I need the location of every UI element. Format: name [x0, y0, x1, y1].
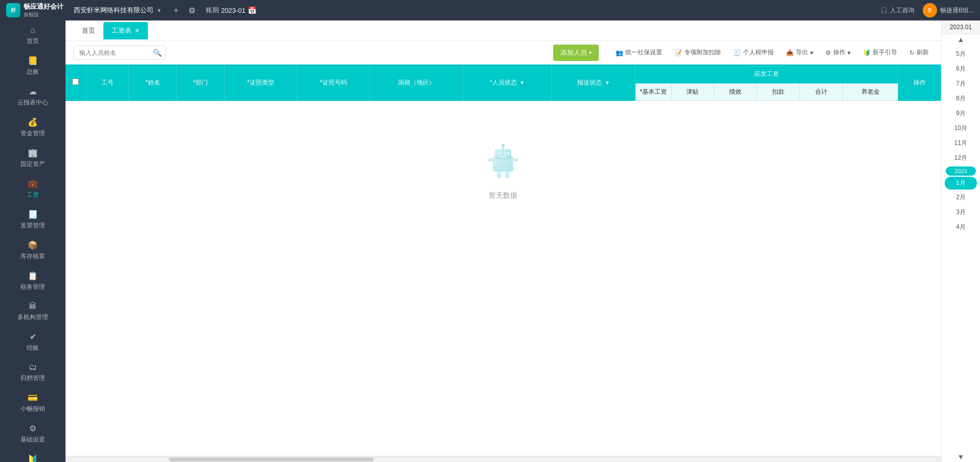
- special-deduction-icon: 📝: [674, 49, 682, 56]
- headset-icon: 🎧: [880, 7, 888, 14]
- add-person-button[interactable]: 添加人员 ▾: [553, 45, 599, 61]
- year-badge: 2023: [946, 166, 976, 176]
- sidebar-item-inventory[interactable]: 📦 库存核算: [0, 235, 66, 266]
- ledger-icon: 📒: [28, 56, 38, 66]
- month-item-4[interactable]: 4月: [942, 220, 980, 235]
- svg-rect-12: [513, 158, 518, 161]
- col-salary-group-header: 应发工资: [636, 65, 898, 83]
- settings-icon: ⚙: [29, 424, 36, 433]
- refresh-icon: ↻: [909, 49, 914, 56]
- svg-rect-5: [506, 153, 508, 155]
- app-container: 好 畅应通好会计 旗舰版 西安虾米网络科技有限公司 ▼ ＋ ⚙ 账期 2023-…: [0, 0, 980, 462]
- tab-home[interactable]: 首页: [74, 22, 103, 39]
- month-item-6[interactable]: 6月: [942, 61, 980, 76]
- scrollbar-thumb[interactable]: [169, 457, 374, 461]
- search-input[interactable]: [74, 46, 166, 60]
- export-button[interactable]: 📤 导出 ▾: [782, 46, 817, 59]
- sidebar-item-salary[interactable]: 💼 工资: [0, 174, 66, 204]
- add-company-button[interactable]: ＋: [170, 3, 182, 18]
- export-icon: 📤: [786, 49, 794, 56]
- top-bar-right: 🎧 人工咨询 B 畅捷通B组...: [880, 3, 974, 17]
- operations-button[interactable]: ⚙ 操作 ▾: [821, 46, 855, 59]
- sidebar-item-report[interactable]: ☁ 云报表中心: [0, 81, 66, 112]
- sidebar-item-settings[interactable]: ⚙ 基础设置: [0, 418, 66, 449]
- service-label: 人工咨询: [890, 6, 914, 15]
- empty-text: 暂无数据: [489, 191, 517, 200]
- user-info[interactable]: B 畅捷通B组...: [923, 3, 974, 17]
- salary-icon: 💼: [28, 179, 38, 188]
- sidebar-item-label: 总账: [27, 68, 39, 76]
- sidebar-item-ledger[interactable]: 📒 总账: [0, 51, 66, 81]
- top-bar-actions: ＋ ⚙: [170, 3, 198, 18]
- horizontal-scrollbar[interactable]: [66, 456, 941, 462]
- sidebar-item-label: 首页: [27, 37, 39, 46]
- svg-rect-8: [499, 156, 507, 158]
- col-idtype-header: *证照类型: [224, 65, 297, 101]
- col-idnum-header: *证照号码: [297, 65, 370, 101]
- month-item-11[interactable]: 11月: [942, 136, 980, 151]
- content-area: 首页 工资表 ✕ 🔍 添加人员 ▾: [66, 20, 941, 462]
- main-area: ⌂ 首页 📒 总账 ☁ 云报表中心 💰 资金管理 🏢 固定资产 💼 工资: [0, 20, 980, 462]
- personal-tax-icon: 🧾: [733, 49, 741, 56]
- month-item-7[interactable]: 7月: [942, 76, 980, 91]
- logo-text: 畅应通好会计: [24, 2, 63, 11]
- sidebar-item-label: 基础设置: [20, 435, 45, 444]
- social-settings-button[interactable]: 👥 统一社保设置: [612, 46, 666, 59]
- close-tab-icon[interactable]: ✕: [135, 27, 140, 34]
- sidebar-item-asset[interactable]: 🏢 固定资产: [0, 143, 66, 174]
- month-item-1-active[interactable]: 1月: [945, 177, 977, 190]
- sidebar-item-home[interactable]: ⌂ 首页: [0, 20, 66, 51]
- sidebar-item-invoice[interactable]: 🧾 发票管理: [0, 204, 66, 235]
- month-item-5[interactable]: 5月: [942, 47, 980, 61]
- col-deduction-header: 扣款: [757, 83, 800, 101]
- personal-tax-button[interactable]: 🧾 个人税申报: [729, 46, 778, 59]
- empty-icon: [483, 142, 524, 183]
- invoice-icon: 🧾: [28, 209, 38, 219]
- month-item-12[interactable]: 12月: [942, 151, 980, 165]
- sidebar-item-archive[interactable]: 🗂 归档管理: [0, 358, 66, 388]
- sidebar-item-label: 多机构管理: [17, 313, 48, 322]
- service-button[interactable]: 🎧 人工咨询: [880, 6, 914, 15]
- sidebar-item-label: 结账: [27, 344, 39, 352]
- close-books-icon: ✔: [30, 332, 36, 342]
- sidebar-item-multi[interactable]: 🏛 多机构管理: [0, 297, 66, 327]
- period-value: 2023-01: [221, 7, 246, 14]
- chevron-down-icon: ▾: [847, 49, 851, 56]
- cloud-icon: ☁: [29, 87, 37, 96]
- sidebar-item-label: 归档管理: [20, 374, 45, 383]
- settings-button[interactable]: ⚙: [186, 4, 198, 17]
- user-label: 畅捷通B组...: [940, 6, 974, 15]
- sidebar-item-fund[interactable]: 💰 资金管理: [0, 112, 66, 143]
- sidebar-item-label: 工资: [27, 191, 39, 199]
- col-dept-header: *部门: [177, 65, 224, 101]
- select-all-checkbox[interactable]: [72, 78, 79, 85]
- date-nav-down-button[interactable]: ▼: [942, 452, 980, 462]
- sidebar-item-guide[interactable]: 🔰 新手引导: [0, 449, 66, 462]
- calendar-icon[interactable]: 📅: [248, 6, 256, 14]
- sidebar-item-label: 库存核算: [20, 252, 45, 261]
- refresh-button[interactable]: ↻ 刷新: [905, 46, 933, 59]
- special-deduction-button[interactable]: 📝 专项附加扣除: [670, 46, 725, 59]
- col-country-header: 国籍（地区）: [370, 65, 463, 101]
- status-filter-icon[interactable]: ▼: [519, 80, 525, 86]
- sidebar-item-tax[interactable]: 📋 税务管理: [0, 266, 66, 297]
- svg-rect-11: [488, 158, 493, 161]
- month-item-3[interactable]: 3月: [942, 205, 980, 220]
- sidebar-item-close[interactable]: ✔ 结账: [0, 327, 66, 358]
- sidebar-item-label: 云报表中心: [17, 98, 48, 107]
- sidebar-item-label: 税务管理: [20, 283, 45, 291]
- nav-tabs: 首页 工资表 ✕: [66, 20, 941, 41]
- month-item-2[interactable]: 2月: [942, 190, 980, 205]
- date-nav-up-button[interactable]: ▲: [942, 34, 980, 45]
- col-number-header: 工号: [86, 65, 129, 101]
- sidebar-item-expense[interactable]: 💳 小畅报销: [0, 388, 66, 418]
- fund-icon: 💰: [28, 117, 38, 127]
- new-guide-button[interactable]: 🔰 新手引导: [859, 46, 901, 59]
- report-status-filter-icon[interactable]: ▼: [605, 80, 610, 86]
- month-item-8[interactable]: 8月: [942, 91, 980, 106]
- month-item-9[interactable]: 9月: [942, 106, 980, 121]
- month-item-10[interactable]: 10月: [942, 121, 980, 136]
- tab-salary-table[interactable]: 工资表 ✕: [103, 22, 148, 39]
- company-selector[interactable]: 西安虾米网络科技有限公司 ▼: [74, 6, 162, 15]
- col-performance-header: 绩效: [714, 83, 757, 101]
